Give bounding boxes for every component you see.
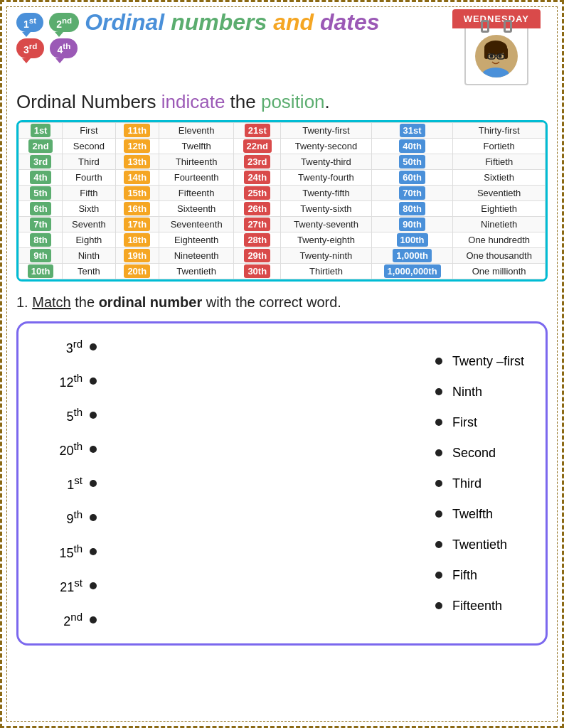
- title-area: 1st 2nd Ordinal numbers and dates 3rd: [16, 9, 380, 58]
- exercise-section: 1. Match the ordinal number with the cor…: [16, 294, 548, 646]
- table-word-cell: Fifth: [63, 186, 116, 201]
- subtitle-text1: Ordinal Numbers: [16, 91, 161, 112]
- table-num-cell: 31st: [371, 123, 452, 139]
- table-word-cell: Eighth: [63, 232, 116, 248]
- match-dot: [90, 412, 97, 419]
- table-num-cell: 70th: [371, 186, 452, 201]
- exercise-match-label: Match: [32, 294, 70, 310]
- match-right-item: Ninth: [435, 385, 524, 400]
- match-num: 2nd: [40, 611, 83, 629]
- table-word-cell: Fifteenth: [159, 186, 234, 201]
- match-right-item: Fifteenth: [435, 599, 524, 614]
- table-num-cell: 6th: [19, 201, 63, 217]
- table-word-cell: Twelfth: [159, 139, 234, 154]
- table-num-cell: 25th: [234, 186, 281, 201]
- table-num-cell: 24th: [234, 170, 281, 186]
- table-word-cell: Seventeenth: [159, 217, 234, 232]
- title-row-1: 1st 2nd Ordinal numbers and dates: [16, 9, 380, 36]
- title-and: and: [273, 9, 320, 35]
- table-num-cell: 1st: [19, 123, 63, 139]
- match-right-item: First: [435, 415, 524, 430]
- badge-3rd: 3rd: [16, 38, 44, 58]
- table-num-cell: 40th: [371, 139, 452, 154]
- match-num: 3rd: [40, 338, 83, 356]
- calendar-ring-left: [481, 20, 489, 33]
- table-num-cell: 50th: [371, 154, 452, 170]
- table-num-cell: 8th: [19, 232, 63, 248]
- match-num: 12th: [40, 372, 83, 390]
- bullet-dot: [435, 449, 442, 456]
- table-num-cell: 100th: [371, 232, 452, 248]
- header: 1st 2nd Ordinal numbers and dates 3rd: [16, 9, 548, 85]
- table-word-cell: Ninetieth: [453, 217, 546, 232]
- match-left-item: 2nd: [40, 611, 97, 629]
- table-num-cell: 20th: [115, 264, 159, 279]
- table-word-cell: Fourth: [63, 170, 116, 186]
- match-box: 3rd12th5th20th1st9th15th21st2nd Twenty –…: [16, 321, 548, 646]
- match-right-item: Twenty –first: [435, 354, 524, 369]
- table-word-cell: Ninth: [63, 248, 116, 264]
- table-num-cell: 60th: [371, 170, 452, 186]
- table-num-cell: 15th: [115, 186, 159, 201]
- match-left-item: 1st: [40, 474, 97, 493]
- match-num: 1st: [40, 474, 83, 493]
- table-word-cell: Tenth: [63, 264, 116, 279]
- title-dates: dates: [320, 9, 380, 35]
- subtitle: Ordinal Numbers indicate the position.: [16, 91, 548, 113]
- table-word-cell: Third: [63, 154, 116, 170]
- subtitle-dot: .: [325, 91, 330, 112]
- table-num-cell: 13th: [115, 154, 159, 170]
- table-num-cell: 16th: [115, 201, 159, 217]
- table-num-cell: 29th: [234, 248, 281, 264]
- badge-2nd-tail: [55, 32, 63, 37]
- calendar-widget: WEDNESDAY: [452, 9, 541, 85]
- match-num: 5th: [40, 406, 83, 424]
- table-word-cell: Seventieth: [453, 186, 546, 201]
- bullet-dot: [435, 480, 442, 487]
- table-word-cell: Thirteenth: [159, 154, 234, 170]
- subtitle-indicate: indicate: [161, 91, 225, 112]
- match-left-col: 3rd12th5th20th1st9th15th21st2nd: [40, 338, 97, 629]
- match-right-item: Second: [435, 446, 524, 461]
- table-num-cell: 26th: [234, 201, 281, 217]
- table-word-cell: One thousandth: [453, 248, 546, 264]
- exercise-title: 1. Match the ordinal number with the cor…: [16, 294, 548, 311]
- match-num: 21st: [40, 577, 83, 595]
- table-word-cell: Fiftieth: [453, 154, 546, 170]
- table-word-cell: Twenty-seventh: [281, 217, 372, 232]
- bullet-dot: [435, 388, 442, 395]
- table-word-cell: Nineteenth: [159, 248, 234, 264]
- table-num-cell: 22nd: [234, 139, 281, 154]
- match-left-item: 21st: [40, 577, 97, 595]
- match-num: 15th: [40, 542, 83, 561]
- table-word-cell: Sixtieth: [453, 170, 546, 186]
- answer-text: Twelfth: [452, 507, 493, 522]
- table-num-cell: 28th: [234, 232, 281, 248]
- match-right-item: Fifth: [435, 568, 524, 583]
- match-dot: [90, 616, 97, 623]
- svg-point-0: [481, 68, 510, 77]
- table-word-cell: Thirtieth: [281, 264, 372, 279]
- exercise-number: 1.: [16, 294, 28, 310]
- match-left-item: 15th: [40, 542, 97, 561]
- table-num-cell: 3rd: [19, 154, 63, 170]
- table-num-cell: 1,000,000th: [371, 264, 452, 279]
- badge-4th: 4th: [50, 38, 78, 58]
- title-ordinal: Ordinal: [85, 9, 164, 35]
- title-numbers: numbers: [164, 9, 273, 35]
- ordinal-data-table: 1stFirst11thEleventh21stTwenty-first31st…: [18, 122, 546, 279]
- match-num: 9th: [40, 508, 83, 527]
- match-left-item: 3rd: [40, 338, 97, 356]
- bullet-dot: [435, 510, 442, 518]
- table-num-cell: 19th: [115, 248, 159, 264]
- table-num-cell: 21st: [234, 123, 281, 139]
- match-dot: [90, 446, 97, 453]
- match-right-col: Twenty –firstNinthFirstSecondThirdTwelft…: [435, 338, 524, 629]
- table-word-cell: Eightieth: [453, 201, 546, 217]
- table-word-cell: Twenty-third: [281, 154, 372, 170]
- match-num: 20th: [40, 440, 83, 459]
- subtitle-text2: the: [225, 91, 261, 112]
- badge-3rd-label: 3rd: [23, 41, 37, 55]
- table-word-cell: Twenty-eighth: [281, 232, 372, 248]
- main-title: Ordinal numbers and dates: [85, 9, 379, 36]
